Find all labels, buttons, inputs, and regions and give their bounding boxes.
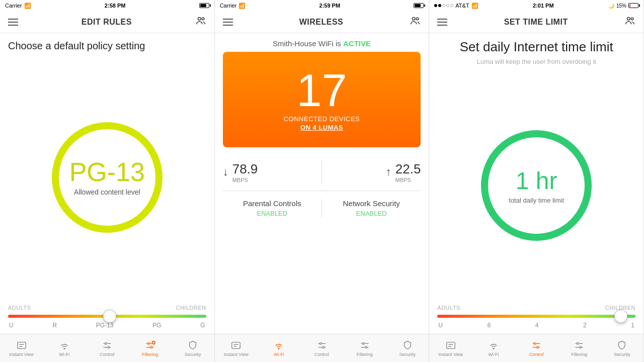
svg-point-18: [417, 18, 419, 20]
svg-point-5: [64, 348, 65, 349]
slider-section-3: ADULTS CHILDREN U 8 4 2 1: [437, 300, 635, 334]
tab-instant-view-3[interactable]: Instant View: [429, 334, 472, 362]
parental-controls-status: ENABLED: [257, 210, 287, 217]
svg-point-40: [537, 346, 539, 348]
slider-labels-3: ADULTS CHILDREN: [437, 305, 635, 311]
tab-wifi-3[interactable]: Wi-Fi: [472, 334, 515, 362]
tab-label-instant-3: Instant View: [438, 352, 463, 357]
panel3-content: Set daily Internet time limit Luma will …: [429, 33, 643, 334]
svg-point-38: [534, 342, 536, 344]
tab-security-2[interactable]: Security: [386, 334, 429, 362]
svg-point-42: [577, 342, 579, 344]
battery-icon-1: [199, 3, 209, 8]
tab-filtering-3[interactable]: Filtering: [558, 334, 601, 362]
tab-control-1[interactable]: Control: [86, 334, 128, 362]
upload-value: 22.5: [395, 161, 421, 177]
tab-filtering-2[interactable]: Filtering: [343, 334, 386, 362]
battery-icon-3: [628, 3, 638, 8]
menu-icon-2[interactable]: [223, 19, 233, 26]
rating-circle: PG-13 Allowed content level: [52, 122, 163, 233]
upload-unit: MBPS: [395, 177, 421, 183]
tab-label-security-3: Security: [614, 352, 630, 357]
time-value: 1 hr: [516, 167, 557, 195]
tab-control-3[interactable]: Control: [515, 334, 558, 362]
status-time-3: 2:01 PM: [533, 3, 554, 9]
svg-point-13: [150, 346, 152, 348]
svg-point-44: [580, 346, 582, 348]
status-carrier-1: Carrier 📶: [5, 3, 31, 9]
status-bar-1: Carrier 📶 2:58 PM: [0, 0, 214, 11]
rating-label: PG-13: [69, 159, 145, 185]
lumas-link[interactable]: ON 4 LUMAS: [300, 124, 343, 131]
slider-thumb-1[interactable]: [103, 310, 116, 323]
time-heading: Set daily Internet time limit: [437, 39, 635, 55]
tab-control-2[interactable]: Control: [300, 334, 343, 362]
svg-point-30: [365, 346, 367, 348]
orange-card: 17 CONNECTED DEVICES ON 4 LUMAS: [223, 52, 421, 147]
wifi-status-text: Smith-House WiFi is ACTIVE: [223, 39, 421, 48]
parental-controls-item[interactable]: Parental Controls ENABLED: [223, 199, 321, 217]
svg-point-17: [413, 18, 416, 21]
speed-divider: [321, 159, 322, 185]
menu-icon-1[interactable]: [8, 19, 18, 26]
connected-devices-label: CONNECTED DEVICES: [284, 115, 360, 123]
tab-security-1[interactable]: Security: [172, 334, 214, 362]
tab-label-instant-1: Instant View: [9, 352, 34, 357]
download-value: 78.9: [232, 161, 258, 177]
status-time-1: 2:58 PM: [105, 3, 126, 9]
people-icon-3[interactable]: [624, 15, 635, 29]
tab-bar-3: Instant View Wi-Fi Control Filtering: [429, 334, 643, 362]
battery-icon-2: [414, 3, 424, 8]
svg-point-28: [362, 342, 364, 344]
policy-heading: Choose a default policy setting: [8, 39, 206, 52]
circle-container-1: PG-13 Allowed content level: [8, 60, 206, 295]
tab-label-wifi-1: Wi-Fi: [59, 352, 69, 357]
horizontal-divider: [223, 191, 421, 191]
svg-rect-33: [447, 342, 455, 348]
slider-section-1: ADULTS CHILDREN U R PG-13 PG G: [8, 300, 206, 334]
panel2-content: Smith-House WiFi is ACTIVE 17 CONNECTED …: [215, 33, 429, 334]
people-icon-1[interactable]: [195, 15, 206, 29]
tab-bar-1: Instant View Wi-Fi Control Filtering: [0, 334, 214, 362]
network-security-item[interactable]: Network Security ENABLED: [322, 199, 421, 217]
tab-label-filtering-2: Filtering: [357, 352, 373, 357]
parental-controls-label: Parental Controls: [243, 199, 301, 208]
slider-label-children-1: CHILDREN: [176, 305, 206, 311]
network-security-label: Network Security: [343, 199, 400, 208]
nav-bar-1: EDIT RULES: [0, 11, 214, 33]
controls-section: Parental Controls ENABLED Network Securi…: [223, 193, 421, 223]
tab-label-security-2: Security: [399, 352, 416, 357]
svg-point-1: [202, 18, 204, 20]
time-circle: 1 hr total daily time limit: [481, 130, 592, 241]
time-sub-label: total daily time limit: [509, 197, 564, 204]
svg-rect-19: [232, 342, 240, 348]
svg-point-26: [322, 346, 324, 348]
upload-speed: ↑ 22.5 MBPS: [328, 161, 421, 183]
slider-label-adults-1: ADULTS: [8, 305, 31, 311]
tab-wifi-2[interactable]: Wi-Fi: [258, 334, 300, 362]
tab-label-filtering-3: Filtering: [571, 352, 587, 357]
slider-track-1[interactable]: [8, 315, 206, 318]
speed-section: ↓ 78.9 MBPS ↑ 22.5 MBPS: [223, 155, 421, 189]
slider-label-adults-3: ADULTS: [437, 305, 460, 311]
panel-wireless: Carrier 📶 2:59 PM WIRELESS Smith-House W…: [215, 0, 430, 362]
slider-thumb-3[interactable]: [614, 310, 627, 323]
tab-instant-view-2[interactable]: Instant View: [215, 334, 258, 362]
svg-point-9: [108, 346, 110, 348]
people-icon-2[interactable]: [410, 15, 421, 29]
download-arrow-icon: ↓: [223, 165, 228, 178]
signal-dots: [434, 4, 453, 7]
tab-wifi-1[interactable]: Wi-Fi: [43, 334, 86, 362]
upload-arrow-icon: ↑: [386, 165, 391, 178]
svg-point-31: [627, 18, 630, 21]
tab-instant-view-1[interactable]: Instant View: [0, 334, 43, 362]
panel1-content: Choose a default policy setting PG-13 Al…: [0, 33, 214, 334]
device-count: 17: [296, 68, 347, 113]
tab-filtering-1[interactable]: Filtering: [128, 334, 171, 362]
tab-security-3[interactable]: Security: [601, 334, 643, 362]
tab-label-control-3: Control: [529, 352, 544, 357]
svg-point-7: [105, 342, 107, 344]
time-subheading: Luma will keep the user from overdoing i…: [437, 58, 635, 65]
slider-track-3[interactable]: [437, 315, 635, 318]
menu-icon-3[interactable]: [437, 19, 447, 26]
